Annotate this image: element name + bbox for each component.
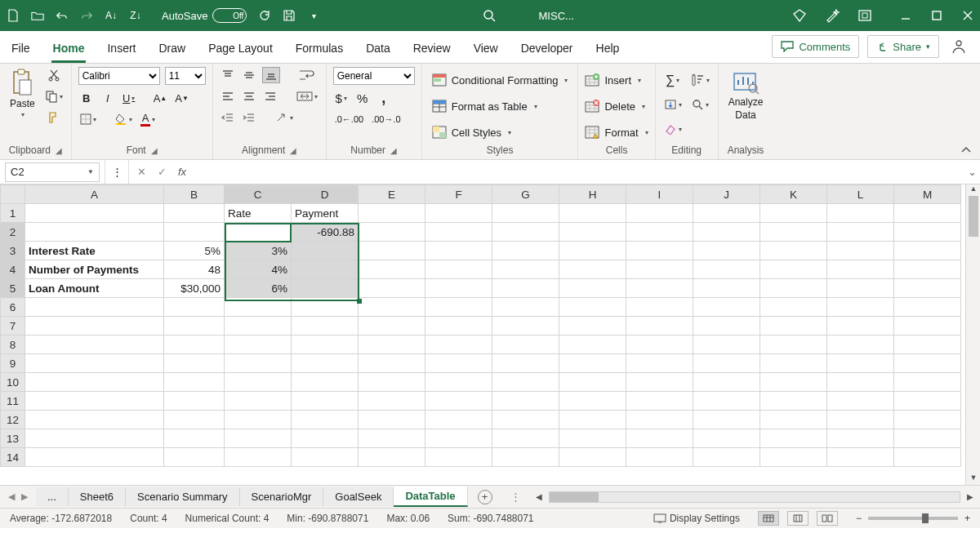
col-header-K[interactable]: K (760, 185, 827, 204)
decrease-indent-icon[interactable] (220, 109, 236, 126)
clear-icon[interactable]: ▾ (662, 121, 684, 137)
sheet-tab-scenariomgr[interactable]: ScenarioMgr (240, 487, 324, 506)
enter-formula-icon[interactable]: ✓ (158, 166, 167, 178)
normal-view-icon[interactable] (758, 511, 779, 526)
accounting-format-icon[interactable]: $▾ (333, 90, 350, 106)
col-header-F[interactable]: F (425, 185, 492, 204)
insert-cells-button[interactable]: Insert ▾ (585, 70, 648, 90)
analyze-data-button[interactable]: Analyze Data (725, 67, 767, 122)
row-header-2[interactable]: 2 (1, 223, 25, 242)
increase-indent-icon[interactable] (241, 109, 257, 126)
comma-format-icon[interactable]: , (376, 90, 392, 106)
tab-data[interactable]: Data (364, 35, 392, 63)
font-name-select[interactable]: Calibri (78, 67, 160, 85)
scrollbar-thumb[interactable] (550, 492, 599, 502)
cell-styles-button[interactable]: Cell Styles ▾ (429, 122, 572, 142)
sheet-tab-datatable[interactable]: DataTable (394, 487, 467, 507)
tab-formulas[interactable]: Formulas (294, 35, 345, 63)
minimize-icon[interactable] (900, 10, 911, 21)
dialog-launcher-icon[interactable]: ◢ (290, 146, 296, 155)
row-header-5[interactable]: 5 (1, 279, 25, 298)
expand-formula-bar-icon[interactable]: ⌄ (964, 166, 980, 178)
col-header-H[interactable]: H (559, 185, 626, 204)
tab-insert[interactable]: Insert (105, 35, 137, 63)
page-layout-view-icon[interactable] (787, 511, 808, 526)
sort-filter-icon[interactable]: ▾ (688, 72, 711, 88)
tab-file[interactable]: File (10, 35, 32, 63)
find-select-icon[interactable]: ▾ (688, 96, 711, 113)
row-header-9[interactable]: 9 (1, 354, 25, 373)
italic-button[interactable]: I (100, 90, 116, 106)
cell-C3[interactable]: 3% (225, 242, 292, 260)
align-right-icon[interactable] (262, 88, 278, 104)
col-header-G[interactable]: G (492, 185, 559, 204)
sheet-tab-goalseek[interactable]: GoalSeek (323, 487, 394, 506)
comments-button[interactable]: Comments (772, 35, 859, 58)
save-icon[interactable] (283, 9, 296, 22)
zoom-in-icon[interactable]: + (964, 513, 970, 524)
qat-more-icon[interactable]: ▾ (307, 9, 320, 22)
cell-D3[interactable] (292, 242, 359, 260)
autosave-toggle[interactable]: AutoSave Off (162, 8, 247, 23)
diamond-icon[interactable] (792, 8, 807, 23)
scrollbar-thumb[interactable] (969, 196, 978, 237)
col-header-D[interactable]: D (292, 185, 359, 204)
close-icon[interactable] (962, 10, 973, 21)
tab-developer[interactable]: Developer (519, 35, 575, 63)
font-size-select[interactable]: 11 (165, 67, 206, 85)
zoom-slider[interactable] (868, 517, 958, 520)
fx-icon[interactable]: fx (178, 166, 186, 178)
decrease-decimal-icon[interactable]: .00→.0 (370, 111, 402, 127)
tab-review[interactable]: Review (412, 35, 452, 63)
wrap-text-icon[interactable] (296, 67, 316, 83)
row-header-14[interactable]: 14 (1, 448, 25, 467)
zoom-control[interactable]: − + (856, 513, 970, 524)
select-all-corner[interactable] (1, 185, 25, 204)
redo-icon[interactable] (80, 9, 93, 22)
search-icon[interactable] (482, 8, 497, 23)
open-file-icon[interactable] (31, 9, 44, 22)
increase-decimal-icon[interactable]: .0←.00 (333, 111, 365, 127)
col-header-E[interactable]: E (359, 185, 425, 204)
account-icon[interactable] (947, 35, 970, 58)
tab-page-layout[interactable]: Page Layout (207, 35, 274, 63)
format-cells-button[interactable]: Format ▾ (585, 122, 648, 142)
cell-A4[interactable]: Number of Payments (25, 260, 164, 279)
new-file-icon[interactable] (7, 9, 20, 22)
underline-button[interactable]: U▾ (121, 90, 137, 106)
page-break-view-icon[interactable] (817, 511, 838, 526)
sheet-tab-scenario-summary[interactable]: Scenario Summary (126, 487, 240, 506)
col-header-A[interactable]: A (25, 185, 164, 204)
row-header-12[interactable]: 12 (1, 411, 25, 429)
cell-C2[interactable] (225, 223, 292, 242)
magic-icon[interactable] (825, 8, 840, 23)
dialog-launcher-icon[interactable]: ◢ (56, 146, 62, 155)
bold-button[interactable]: B (78, 90, 95, 106)
sort-desc-icon[interactable]: Z↓ (129, 9, 142, 22)
copy-icon[interactable]: ▾ (43, 88, 65, 104)
format-painter-icon[interactable] (43, 109, 65, 126)
vertical-scrollbar[interactable]: ▲ ▼ (965, 184, 980, 485)
cell-B4[interactable]: 48 (164, 260, 225, 279)
worksheet-grid[interactable]: A B C D E F G H I J K L M 1RatePayment 2… (0, 184, 980, 485)
sheet-nav-prev-icon[interactable]: ◀ (8, 491, 15, 502)
sort-asc-icon[interactable]: A↓ (105, 9, 118, 22)
cell-A3[interactable]: Interest Rate (25, 242, 164, 260)
cancel-formula-icon[interactable]: ✕ (137, 166, 146, 178)
cell-D2[interactable]: -690.88 (292, 223, 359, 242)
paste-button[interactable]: Paste ▾ (7, 67, 38, 120)
row-header-11[interactable]: 11 (1, 392, 25, 411)
sheet-nav-next-icon[interactable]: ▶ (21, 491, 28, 502)
cell-B5[interactable]: $30,000 (164, 279, 225, 298)
app-mode-icon[interactable] (858, 8, 872, 23)
cell-D4[interactable] (292, 260, 359, 279)
cell-A5[interactable]: Loan Amount (25, 279, 164, 298)
tab-help[interactable]: Help (595, 35, 621, 63)
font-color-icon[interactable]: A▾ (139, 111, 158, 127)
percent-format-icon[interactable]: % (354, 90, 371, 106)
tab-home[interactable]: Home (51, 35, 87, 63)
zoom-out-icon[interactable]: − (856, 513, 862, 524)
cell-D5[interactable] (292, 279, 359, 298)
scroll-right-icon[interactable]: ▶ (967, 492, 973, 501)
refresh-icon[interactable] (258, 9, 271, 22)
